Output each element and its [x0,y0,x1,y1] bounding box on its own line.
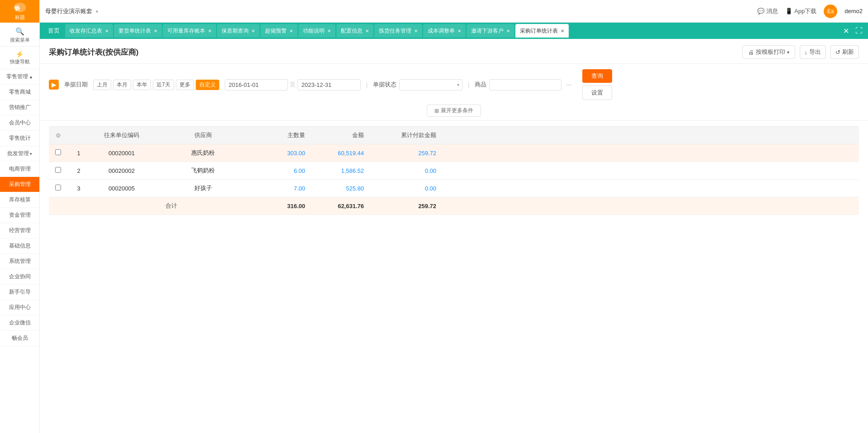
tab-function-desc-close[interactable]: ✕ [327,29,331,33]
user-avatar[interactable]: Ea [824,5,837,18]
sidebar-item-inventory[interactable]: 库存核算 [0,192,39,208]
sidebar-item-enterprise-collab[interactable]: 企业协同 [0,269,39,285]
sidebar-item-wholesale-mgmt[interactable]: 批发管理 ▾ [0,146,39,162]
new-guide-label: 新手引导 [9,289,31,295]
sidebar-item-membership[interactable]: 畅会员 [0,331,39,346]
tab-available-stock[interactable]: 可用量库存账本 ✕ [163,24,216,38]
filter-toggle-btn[interactable]: ▶ [49,80,59,90]
row-paid-0[interactable]: 259.72 [370,144,443,162]
sidebar-item-basics[interactable]: 基础信息 [0,238,39,254]
sidebar-item-retail-store[interactable]: 零售商城 [0,85,39,100]
tab-cost-adjust[interactable]: 成本调整单 ✕ [423,24,466,38]
tab-overstock-warning[interactable]: 超储预警 ✕ [260,24,297,38]
query-btn[interactable]: 查询 [582,69,612,83]
sidebar-item-ecommerce-mgmt[interactable]: 电商管理 [0,162,39,177]
company-name[interactable]: 母婴行业演示账套 ▾ [45,7,754,15]
tab-maximize-btn[interactable]: ⛶ [854,26,864,36]
sidebar-item-operations[interactable]: 经营管理 [0,223,39,238]
app-download-btn[interactable]: 📱 App下载 [785,7,816,15]
sidebar-item-retail-mgmt[interactable]: 零售管理 ▲ [0,69,39,85]
refresh-btn[interactable]: ↺ 刷新 [830,45,859,59]
tab-overstock-close[interactable]: ✕ [289,29,293,33]
date-to-input[interactable] [297,79,361,90]
goods-more-icon[interactable]: ··· [564,81,573,88]
tab-goods-stats[interactable]: 要货单统计表 ✕ [114,24,162,38]
sidebar-item-shortcut[interactable]: ⚡ 快捷导航 [0,47,39,69]
tab-warranty-close[interactable]: ✕ [251,29,255,33]
row-checkbox-0[interactable] [49,144,67,162]
tab-available-stock-close[interactable]: ✕ [208,29,212,33]
sidebar-item-enterprise-wechat[interactable]: 企业微信 [0,315,39,331]
expand-more-btn[interactable]: ⊞ 展开更多条件 [427,105,481,117]
logo-text: 标题 [15,14,25,21]
page-title: 采购订单统计表(按供应商) [49,47,138,57]
row-amount-0[interactable]: 60,519.44 [311,144,370,162]
gear-icon[interactable]: ⚙ [56,132,61,139]
sidebar-item-finance[interactable]: 资金管理 [0,208,39,223]
template-print-btn[interactable]: 🖨 按模板打印 ▾ [742,45,795,59]
sidebar-item-new-guide[interactable]: 新手引导 [0,285,39,300]
tab-goods-stats-label: 要货单统计表 [118,27,151,35]
tab-purchase-order-stats-close[interactable]: ✕ [561,29,564,33]
tab-cost-adjust-close[interactable]: ✕ [458,29,461,33]
row-paid-1[interactable]: 0.00 [370,162,443,180]
filter-bar: ▶ 单据日期 上月 本月 本年 近7天 更多 [40,64,868,121]
row-amount-1[interactable]: 1,586.52 [311,162,370,180]
sidebar-item-retail-stats[interactable]: 零售统计 [0,131,39,146]
sidebar-item-purchase-mgmt[interactable]: 采购管理 [0,177,39,192]
row-amount-2[interactable]: 525.80 [311,180,370,197]
date-from-input[interactable] [225,79,288,90]
table-row[interactable]: 1 00020001 惠氏奶粉 303.00 60,519.44 259.72 [49,144,859,162]
tab-invite-downstream[interactable]: 邀请下游客户 ✕ [467,24,514,38]
finance-label: 资金管理 [9,212,31,218]
row-checkbox-2[interactable] [49,180,67,197]
table-row[interactable]: 2 00020002 飞鹤奶粉 6.00 1,586.52 0.00 [49,162,859,180]
topbar: 母婴行业演示账套 ▾ 💬 消息 📱 App下载 Ea demo2 [40,0,868,23]
tab-picking-task[interactable]: 拣货任务管理 ✕ [374,24,422,38]
date-preset-this-year[interactable]: 本年 [133,80,151,90]
sidebar-item-marketing[interactable]: 营销推广 [0,100,39,115]
date-preset-last-month[interactable]: 上月 [93,80,111,90]
sidebar-item-system[interactable]: 系统管理 [0,254,39,269]
tab-warranty-query[interactable]: 保质期查询 ✕ [217,24,259,38]
page-header: 采购订单统计表(按供应商) 🖨 按模板打印 ▾ ↓ 导出 ↺ 刷新 [40,39,868,64]
message-btn[interactable]: 💬 消息 [757,7,778,15]
tab-config-info-close[interactable]: ✕ [365,29,369,33]
app-logo[interactable]: 畅 标题 [0,0,39,23]
row-checkbox-1[interactable] [49,162,67,180]
sidebar-item-app-center[interactable]: 应用中心 [0,300,39,315]
settings-btn[interactable]: 设置 [582,86,612,100]
tab-goods-stats-close[interactable]: ✕ [154,29,157,33]
user-name[interactable]: demo2 [844,8,863,14]
date-preset-more[interactable]: 更多 [176,80,194,90]
sidebar-search[interactable]: 🔍 搜索菜单 [0,23,39,47]
row-paid-2[interactable]: 0.00 [370,180,443,197]
purchase-mgmt-label: 采购管理 [9,181,31,187]
row-qty-0[interactable]: 303.00 [253,144,311,162]
tab-function-desc[interactable]: 功能说明 ✕ [298,24,335,38]
goods-input[interactable] [489,79,561,90]
date-preset-this-month[interactable]: 本月 [113,80,131,90]
tab-collect-send-close[interactable]: ✕ [105,29,108,33]
tab-purchase-order-stats[interactable]: 采购订单统计表 ✕ [515,24,569,38]
date-preset-custom[interactable]: 自定义 [196,80,219,90]
status-select[interactable] [399,79,462,90]
refresh-label: 刷新 [842,48,854,56]
tab-close-all-btn[interactable]: ✕ [841,26,851,36]
sidebar-item-member-center[interactable]: 会员中心 [0,115,39,131]
table-row[interactable]: 3 00020005 好孩子 7.00 525.80 0.00 [49,180,859,197]
filter-separator-1: | [366,81,368,88]
tab-invite-downstream-close[interactable]: ✕ [506,29,510,33]
tab-config-info[interactable]: 配置信息 ✕ [336,24,373,38]
checkbox-0[interactable] [55,149,61,155]
tab-picking-task-close[interactable]: ✕ [414,29,418,33]
row-qty-1[interactable]: 6.00 [253,162,311,180]
export-btn[interactable]: ↓ 导出 [800,45,826,59]
date-preset-7days[interactable]: 近7天 [153,80,174,90]
row-qty-2[interactable]: 7.00 [253,180,311,197]
checkbox-1[interactable] [55,167,61,173]
checkbox-2[interactable] [55,185,61,190]
col-amount-header: 金额 [311,127,370,144]
tab-home[interactable]: 首页 [43,24,64,38]
tab-collect-send[interactable]: 收发存汇总表 ✕ [65,24,113,38]
